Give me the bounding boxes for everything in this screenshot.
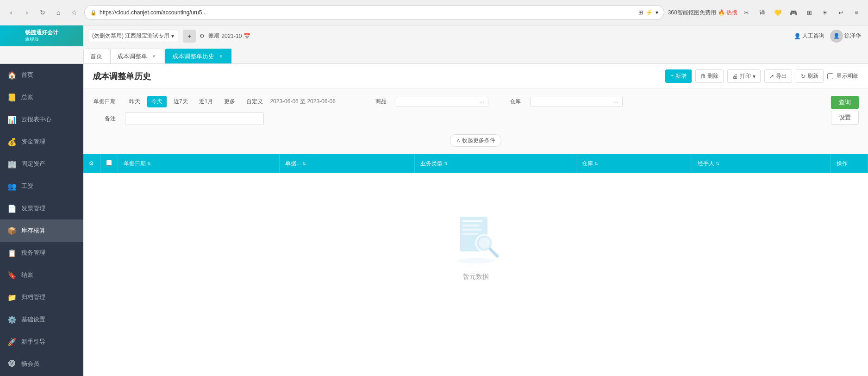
refresh-button[interactable]: ↻ 刷新: [796, 69, 824, 83]
settings-col-header[interactable]: ⚙: [83, 154, 100, 173]
sidebar-item-closing[interactable]: 🔖 结账: [0, 264, 83, 286]
date-tab-1month[interactable]: 近1月: [195, 96, 218, 107]
display-toggle[interactable]: 显示明细: [827, 72, 859, 80]
sidebar-item-ledger[interactable]: 📒 总账: [0, 86, 83, 108]
filter-settings-button[interactable]: 设置: [831, 111, 859, 125]
col-type[interactable]: 业务类型 ⇅: [414, 154, 576, 173]
game-button[interactable]: 🎮: [787, 6, 800, 19]
sidebar-label-assets: 固定资产: [21, 160, 45, 168]
table-container: ⚙ 单据日期 ⇅ 单据...: [83, 154, 868, 376]
print-button[interactable]: 🖨 打印 ▾: [727, 69, 761, 83]
sidebar-item-reports[interactable]: 📊 云报表中心: [0, 108, 83, 131]
filter-row-2: 备注: [93, 112, 831, 125]
avatar-icon: 👤: [833, 33, 840, 39]
tab-home[interactable]: 首页: [83, 49, 109, 63]
tax-icon: 📋: [7, 249, 17, 257]
sidebar-item-tax[interactable]: 📋 税务管理: [0, 242, 83, 264]
forward-button[interactable]: ›: [20, 6, 33, 19]
sidebar-item-guide[interactable]: 🚀 新手引导: [0, 331, 83, 353]
close-cost-adjust-history-tab[interactable]: ×: [217, 53, 225, 60]
note-label: 备注: [93, 115, 116, 123]
col-warehouse[interactable]: 仓库 ⇅: [576, 154, 692, 173]
date-tab-custom[interactable]: 自定义: [242, 96, 267, 107]
col-warehouse-label: 仓库: [582, 160, 593, 168]
svg-rect-2: [462, 220, 483, 222]
col-number-label: 单据...: [285, 160, 301, 168]
note-input[interactable]: [125, 112, 264, 125]
address-bar[interactable]: 🔒 https://cloud.chanjet.com/accounting/u…: [84, 5, 664, 20]
sidebar-label-payroll: 工资: [21, 182, 33, 190]
main-layout: 🏠 首页 📒 总账 📊 云报表中心 💰 资金管理 🏢 固定资产 👥 工资 📄 发…: [0, 64, 868, 376]
export-button[interactable]: ↗ 导出: [764, 69, 792, 83]
filter-area: 单据日期 昨天 今天 近7天 近1月 更多 自定义 2023-06-06 至 2…: [83, 89, 868, 154]
company-selector[interactable]: (勿删勿禁用) 江西服宝测试专用 ▾: [88, 30, 178, 42]
query-button[interactable]: 查询: [831, 96, 859, 109]
sidebar-label-tax: 税务管理: [21, 249, 45, 257]
empty-illustration: [448, 210, 504, 265]
user-menu[interactable]: 👤 徐泽华: [830, 30, 861, 43]
date-tab-yesterday[interactable]: 昨天: [125, 96, 144, 107]
display-checkbox[interactable]: [827, 73, 833, 79]
checkbox-col-header[interactable]: [100, 154, 118, 173]
tab-cost-adjust-history[interactable]: 成本调整单历史 ×: [165, 49, 231, 63]
bookmark-button[interactable]: ☆: [68, 6, 81, 19]
svg-rect-5: [462, 233, 478, 235]
wallet-button[interactable]: 💛: [771, 6, 785, 19]
undo-button[interactable]: ↩: [834, 6, 848, 19]
col-date[interactable]: 单据日期 ⇅: [118, 154, 280, 173]
menu-button[interactable]: ≡: [849, 6, 863, 19]
sidebar-item-payroll[interactable]: 👥 工资: [0, 175, 83, 197]
new-button[interactable]: + 新增: [665, 69, 691, 83]
sidebar-item-inventory[interactable]: 📦 库存核算: [0, 219, 83, 242]
sidebar-item-settings[interactable]: ⚙️ 基础设置: [0, 308, 83, 331]
back-button[interactable]: ‹: [5, 6, 18, 19]
svg-point-0: [457, 258, 494, 263]
close-cost-adjust-tab[interactable]: ×: [150, 53, 157, 60]
home-button[interactable]: ⌂: [52, 6, 65, 19]
sidebar-label-funds: 资金管理: [21, 138, 45, 146]
col-number[interactable]: 单据... ⇅: [280, 154, 414, 173]
reload-button[interactable]: ↻: [36, 6, 49, 19]
delete-button[interactable]: 🗑 删除: [695, 69, 724, 83]
translate-button[interactable]: 译: [755, 6, 769, 19]
help-button[interactable]: 👤 人工咨询: [794, 32, 824, 40]
sidebar-item-assets[interactable]: 🏢 固定资产: [0, 153, 83, 175]
settings-icon[interactable]: ⚙: [200, 33, 205, 39]
grid-button[interactable]: ⊞: [802, 6, 816, 19]
period-info: 账期 2021-10 📅: [208, 32, 250, 40]
add-tab-button[interactable]: +: [183, 30, 196, 43]
collapse-button[interactable]: ∧ 收起更多条件: [450, 134, 501, 147]
tab-cost-adjust[interactable]: 成本调整单 ×: [110, 49, 164, 63]
toolbar: + 新增 🗑 删除 🖨 打印 ▾ ↗ 导出 ↻ 刷新 显示明细: [665, 69, 859, 83]
sidebar-item-invoice[interactable]: 📄 发票管理: [0, 197, 83, 219]
goods-selector[interactable]: ···: [396, 97, 488, 107]
date-tab-today[interactable]: 今天: [147, 96, 167, 107]
table-settings-icon[interactable]: ⚙: [89, 160, 94, 167]
app-header: 畅捷通好会计 旗舰版 (勿删勿禁用) 江西服宝测试专用 ▾ + ⚙ 账期 202…: [0, 25, 868, 46]
filter-row-1: 单据日期 昨天 今天 近7天 近1月 更多 自定义 2023-06-06 至 2…: [93, 96, 831, 107]
funds-icon: 💰: [7, 138, 17, 146]
period-value: 2021-10: [221, 33, 242, 39]
warehouse-selector[interactable]: ···: [530, 97, 623, 107]
sidebar-item-member[interactable]: 🅥 畅会员: [0, 353, 83, 375]
help-label: 人工咨询: [802, 32, 824, 40]
logo-text: 畅捷通好会计: [25, 29, 58, 37]
date-tab-7days[interactable]: 近7天: [169, 96, 192, 107]
filters-main: 单据日期 昨天 今天 近7天 近1月 更多 自定义 2023-06-06 至 2…: [93, 96, 831, 125]
sidebar-item-home[interactable]: 🏠 首页: [0, 64, 83, 86]
sidebar-item-archive[interactable]: 📁 归档管理: [0, 286, 83, 308]
refresh-icon: ↻: [801, 73, 806, 80]
scissors-button[interactable]: ✂: [739, 6, 753, 19]
sidebar-item-funds[interactable]: 💰 资金管理: [0, 131, 83, 153]
date-tab-more[interactable]: 更多: [220, 96, 239, 107]
sidebar-label-ledger: 总账: [21, 93, 33, 101]
col-handler-label: 经手人: [698, 160, 714, 168]
browser-tools: 360智能抠图免费用 🔥 热搜 ✂ 译 💛 🎮 ⊞ ☀ ↩ ≡: [668, 6, 863, 19]
select-all-checkbox[interactable]: [106, 160, 112, 166]
col-handler[interactable]: 经手人 ⇅: [692, 154, 831, 173]
lightning-icon: ⚡: [646, 9, 653, 16]
browser-controls: ‹ › ↻ ⌂ ☆: [5, 6, 81, 19]
logo-sub: 旗舰版: [25, 36, 58, 43]
brightness-button[interactable]: ☀: [818, 6, 832, 19]
goods-more: ···: [480, 99, 484, 105]
